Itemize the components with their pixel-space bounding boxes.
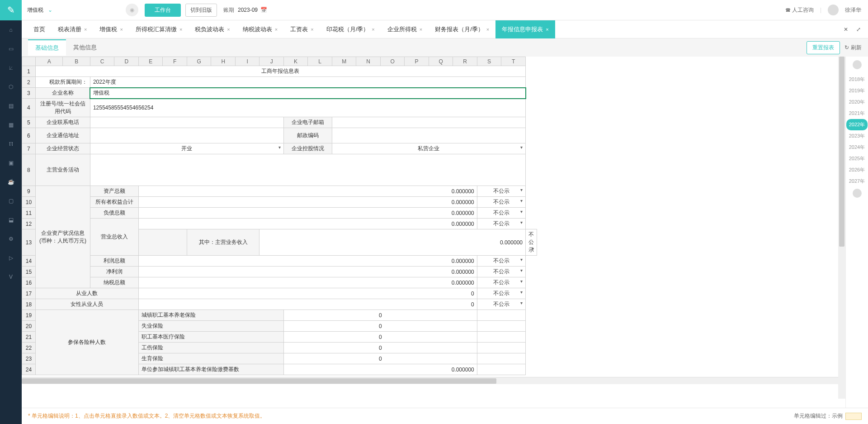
close-icon[interactable]: ×	[311, 27, 313, 32]
year-2019年[interactable]: 2019年	[846, 85, 868, 96]
year-2020年[interactable]: 2020年	[846, 96, 868, 108]
tab-年报信息申报表[interactable]: 年报信息申报表×	[495, 20, 555, 38]
year-2025年[interactable]: 2025年	[846, 153, 868, 164]
col-header[interactable]: D	[114, 57, 139, 66]
col-header[interactable]: J	[259, 57, 283, 66]
close-icon[interactable]: ×	[372, 27, 374, 32]
close-icon[interactable]: ×	[227, 27, 230, 32]
close-icon[interactable]: ×	[120, 27, 123, 32]
col-header[interactable]: S	[477, 57, 501, 66]
calendar-icon[interactable]: 📅	[260, 7, 267, 13]
close-icon[interactable]: ×	[84, 27, 87, 32]
tab-纳税波动表[interactable]: 纳税波动表×	[236, 20, 284, 38]
status-dropdown[interactable]: 开业	[90, 143, 283, 154]
year-2022年[interactable]: 2022年	[846, 119, 868, 130]
close-icon[interactable]: ×	[486, 27, 489, 32]
col-header[interactable]: A	[35, 57, 63, 66]
col-header[interactable]: H	[211, 57, 236, 66]
col-header[interactable]: L	[308, 57, 332, 66]
sub-tab-basic[interactable]: 基础信息	[28, 39, 66, 56]
publish-dropdown[interactable]: 不公示	[477, 256, 525, 267]
workbench-button[interactable]: 工作台	[145, 4, 181, 17]
year-down-icon[interactable]	[853, 189, 862, 198]
tab-工资表[interactable]: 工资表×	[284, 20, 320, 38]
company-selector[interactable]: 增值税 ⌄	[27, 6, 118, 14]
avatar[interactable]	[828, 5, 839, 15]
tab-税表清册[interactable]: 税表清册×	[52, 20, 93, 38]
year-2018年[interactable]: 2018年	[846, 74, 868, 85]
col-header[interactable]: T	[501, 57, 526, 66]
sub-tab-other[interactable]: 其他信息	[66, 40, 104, 55]
col-header[interactable]: M	[332, 57, 356, 66]
period-value[interactable]: 2023-09	[238, 7, 258, 13]
nav-calc-icon[interactable]: ▦	[6, 120, 16, 130]
year-2026年[interactable]: 2026年	[846, 164, 868, 176]
nav-doc-icon[interactable]: ▭	[6, 44, 16, 54]
row-num[interactable]: 1	[22, 66, 36, 77]
h-scrollbar[interactable]: ◀▶	[22, 377, 845, 384]
tab-企业所得税[interactable]: 企业所得税×	[381, 20, 429, 38]
nav-list-icon[interactable]: ▤	[6, 101, 16, 111]
nav-play-icon[interactable]: ▷	[6, 253, 16, 263]
col-header[interactable]: I	[236, 57, 259, 66]
year-2021年[interactable]: 2021年	[846, 108, 868, 119]
publish-dropdown[interactable]: 不公示	[477, 197, 525, 208]
switch-old-button[interactable]: 切到旧版	[185, 4, 217, 17]
publish-dropdown[interactable]: 不公示	[477, 208, 525, 219]
tab-印花税（月/季）[interactable]: 印花税（月/季）×	[320, 20, 381, 38]
nav-gear-icon[interactable]: ⚙	[6, 234, 16, 244]
nav-temple-icon[interactable]: Ⲡ	[6, 139, 16, 149]
col-header[interactable]: F	[163, 57, 187, 66]
v-scrollbar[interactable]	[838, 57, 845, 399]
spreadsheet[interactable]: ABCDEFGHIJKLMNOPQRST 1工商年报信息表 2税款所属期间：20…	[22, 57, 537, 375]
expand-icon[interactable]: ⤢	[854, 24, 863, 34]
nav-v-icon[interactable]: V	[6, 272, 16, 282]
col-header[interactable]: C	[90, 57, 114, 66]
year-2023年[interactable]: 2023年	[846, 130, 868, 142]
reset-button[interactable]: 重置报表	[807, 41, 840, 54]
publish-dropdown[interactable]: 不公示	[477, 267, 525, 277]
col-header[interactable]: P	[405, 57, 429, 66]
close-all-icon[interactable]: ✕	[842, 24, 850, 34]
publish-dropdown[interactable]: 不公示	[477, 277, 525, 288]
col-header[interactable]: N	[356, 57, 380, 66]
year-up-icon[interactable]	[853, 60, 862, 69]
nav-chart-icon[interactable]: ⟀	[6, 63, 16, 73]
nav-bag-icon[interactable]: ⬡	[6, 82, 16, 92]
period-label: 账期	[223, 6, 234, 14]
holding-dropdown[interactable]: 私营企业	[332, 143, 525, 154]
tab-首页[interactable]: 首页	[27, 20, 52, 38]
tab-所得税汇算清缴[interactable]: 所得税汇算清缴×	[129, 20, 189, 38]
year-2027年[interactable]: 2027年	[846, 176, 868, 187]
refresh-button[interactable]: ↻ 刷新	[844, 44, 862, 52]
close-icon[interactable]: ×	[275, 27, 278, 32]
tab-增值税[interactable]: 增值税×	[93, 20, 129, 38]
publish-dropdown[interactable]: 不公示	[477, 219, 525, 229]
user-name[interactable]: 徐泽华	[845, 6, 861, 14]
doc-icon[interactable]: ◉	[126, 4, 138, 16]
col-header[interactable]: O	[380, 57, 404, 66]
nav-home-icon[interactable]: ⌂	[6, 25, 16, 35]
col-header[interactable]: K	[283, 57, 308, 66]
nav-inbox-icon[interactable]: ⬓	[6, 215, 16, 225]
col-header[interactable]: Q	[429, 57, 453, 66]
col-header[interactable]	[22, 57, 36, 66]
nav-cup-icon[interactable]: ☕	[6, 177, 16, 187]
nav-cloud-icon[interactable]: ▢	[6, 196, 16, 206]
col-header[interactable]: E	[139, 57, 163, 66]
chevron-down-icon: ⌄	[48, 7, 52, 13]
close-icon[interactable]: ×	[179, 27, 182, 32]
col-header[interactable]: B	[63, 57, 90, 66]
publish-dropdown[interactable]: 不公示	[526, 229, 537, 256]
close-icon[interactable]: ×	[546, 27, 548, 32]
year-2024年[interactable]: 2024年	[846, 142, 868, 153]
tab-财务报表（月/季）[interactable]: 财务报表（月/季）×	[429, 20, 495, 38]
col-header[interactable]: R	[453, 57, 477, 66]
company-name-cell[interactable]: 增值税	[90, 88, 525, 99]
nav-window-icon[interactable]: ▣	[6, 158, 16, 168]
consult-link[interactable]: ☎ 人工咨询	[785, 6, 814, 14]
col-header[interactable]: G	[187, 57, 211, 66]
tab-税负波动表[interactable]: 税负波动表×	[189, 20, 236, 38]
close-icon[interactable]: ×	[420, 27, 422, 32]
publish-dropdown[interactable]: 不公示	[477, 186, 525, 197]
